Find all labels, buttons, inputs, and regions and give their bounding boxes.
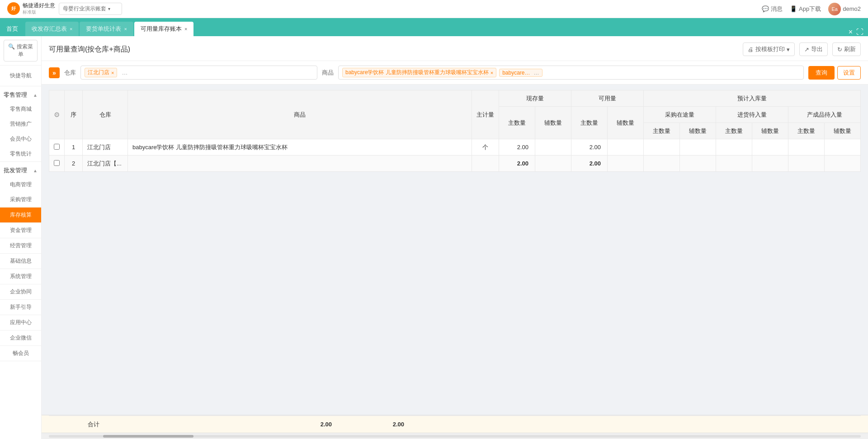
tab-receipts[interactable]: 收发存汇总表 × bbox=[25, 22, 79, 36]
th-settings[interactable]: ⚙ bbox=[49, 90, 65, 139]
query-btn[interactable]: 查询 bbox=[808, 66, 835, 80]
th-forecast-incoming: 预计入库量 bbox=[644, 90, 861, 107]
sidebar-item-vip[interactable]: 畅会员 bbox=[0, 346, 41, 361]
tab-receipts-close[interactable]: × bbox=[70, 26, 72, 32]
warehouse-tag-value: 江北门店 bbox=[88, 69, 109, 76]
th-avail-main: 主数量 bbox=[571, 107, 608, 139]
page-header-actions: 🖨 按模板打印 ▾ ↗ 导出 ↻ 刷新 bbox=[743, 42, 861, 56]
sidebar-section-basic: 基础信息 bbox=[0, 254, 41, 269]
sidebar-item-operations[interactable]: 经营管理 bbox=[0, 238, 41, 253]
tab-home[interactable]: 首页 bbox=[0, 22, 24, 36]
row1-incoming-main bbox=[716, 139, 752, 156]
sidebar-retail-label: 零售管理 bbox=[4, 91, 27, 99]
sidebar-item-system[interactable]: 系统管理 bbox=[0, 269, 41, 284]
page-title: 可用量查询(按仓库+商品) bbox=[49, 45, 130, 54]
th-prod-main: 主数量 bbox=[788, 123, 825, 139]
sidebar-item-newbie[interactable]: 新手引导 bbox=[0, 300, 41, 315]
sidebar-item-inventory[interactable]: 库存核算 bbox=[0, 208, 41, 222]
tab-close-all-btn[interactable]: × bbox=[849, 28, 853, 36]
tab-orders-close[interactable]: × bbox=[124, 26, 127, 32]
tab-orders[interactable]: 要货单统计表 × bbox=[80, 22, 133, 36]
settings-filter-btn[interactable]: 设置 bbox=[837, 66, 861, 80]
row1-prod-main bbox=[788, 139, 825, 156]
tab-available-close[interactable]: × bbox=[184, 26, 187, 32]
sidebar-wholesale-title[interactable]: 批发管理 ▲ bbox=[0, 162, 41, 177]
main-layout: 🔍 搜索菜单 快捷导航 零售管理 ▲ 零售商城 营销推广 会员中心 零售统计 批… bbox=[0, 36, 868, 439]
row1-product: babycare学饮杯 儿童防摔防撞吸管杯重力球吸嘴杯宝宝水杯 bbox=[128, 139, 472, 156]
row1-warehouse: 江北门店 bbox=[83, 139, 128, 156]
sidebar-quick-nav: 快捷导航 bbox=[0, 66, 41, 86]
th-no: 序 bbox=[65, 90, 83, 139]
avatar: Ea bbox=[828, 3, 841, 15]
sidebar-item-wechat[interactable]: 企业微信 bbox=[0, 330, 41, 345]
sidebar-wholesale-label: 批发管理 bbox=[4, 166, 27, 175]
product-filter-area[interactable]: babycare学饮杯 儿童防摔防撞吸管杯重力球吸嘴杯宝宝水杯 × babyca… bbox=[338, 66, 804, 80]
product-tag-1-close[interactable]: × bbox=[491, 70, 493, 76]
th-incoming-aux: 辅数量 bbox=[752, 123, 788, 139]
sidebar-item-finance[interactable]: 资金管理 bbox=[0, 223, 41, 238]
row1-checkbox[interactable] bbox=[49, 139, 65, 156]
row2-warehouse: 江北门店【... bbox=[83, 156, 128, 172]
warehouse-more-dots[interactable]: … bbox=[122, 69, 127, 76]
top-bar: 好 畅捷通好生意 标准版 母婴行业演示账套 ▾ 💬 消息 📱 App下载 Ea … bbox=[0, 0, 868, 18]
sidebar-item-purchase[interactable]: 采购管理 bbox=[0, 192, 41, 207]
app-download-btn[interactable]: 📱 App下载 bbox=[790, 5, 821, 13]
row1-stock-aux bbox=[535, 139, 571, 156]
sidebar-item-enterprise[interactable]: 企业协同 bbox=[0, 284, 41, 299]
export-label: 导出 bbox=[811, 45, 823, 53]
row2-incoming-main bbox=[716, 156, 752, 172]
sidebar-item-retail-mall[interactable]: 零售商城 bbox=[0, 102, 41, 117]
th-stock-main: 主数量 bbox=[499, 107, 535, 139]
refresh-btn[interactable]: ↻ 刷新 bbox=[832, 42, 861, 56]
table-settings-icon[interactable]: ⚙ bbox=[54, 111, 60, 118]
th-main-unit: 主计量 bbox=[472, 90, 499, 139]
warehouse-tag-close[interactable]: × bbox=[111, 70, 114, 76]
tab-orders-label: 要货单统计表 bbox=[86, 25, 121, 33]
data-table: ⚙ 序 仓库 商品 主计量 现存量 可用量 预计入库量 主数量 辅数量 主数量 bbox=[49, 90, 861, 172]
table-row-group: 2 江北门店【... 2.00 2.00 bbox=[49, 156, 861, 172]
scroll-bar-area[interactable] bbox=[42, 433, 868, 439]
sidebar-search-area: 🔍 搜索菜单 bbox=[0, 36, 41, 66]
row1-unit: 个 bbox=[472, 139, 499, 156]
tab-home-label: 首页 bbox=[6, 25, 18, 33]
user-area[interactable]: Ea demo2 bbox=[828, 3, 861, 15]
tenant-selector[interactable]: 母婴行业演示账套 ▾ bbox=[59, 3, 122, 15]
tenant-name: 母婴行业演示账套 bbox=[63, 5, 106, 13]
row1-incoming-aux bbox=[752, 139, 788, 156]
row1-check-input[interactable] bbox=[54, 144, 60, 150]
sidebar-item-app-center[interactable]: 应用中心 bbox=[0, 315, 41, 330]
export-btn[interactable]: ↗ 导出 bbox=[799, 42, 828, 56]
tab-expand-btn[interactable]: ⛶ bbox=[856, 28, 863, 36]
page-header: 可用量查询(按仓库+商品) 🖨 按模板打印 ▾ ↗ 导出 ↻ 刷新 bbox=[42, 36, 868, 61]
sidebar-section-finance: 资金管理 bbox=[0, 223, 41, 238]
scroll-thumb[interactable] bbox=[103, 435, 193, 438]
sidebar-section-enterprise: 企业协同 bbox=[0, 284, 41, 300]
warehouse-label: 仓库 bbox=[64, 69, 76, 77]
scroll-track[interactable] bbox=[49, 435, 861, 438]
message-icon: 💬 bbox=[762, 5, 769, 12]
product-more-dots[interactable]: … bbox=[534, 70, 539, 76]
row2-check-input[interactable] bbox=[54, 160, 60, 166]
sidebar-search-btn[interactable]: 🔍 搜索菜单 bbox=[4, 40, 38, 61]
sidebar-section-inventory: 库存核算 bbox=[0, 208, 41, 223]
sidebar-item-marketing[interactable]: 营销推广 bbox=[0, 117, 41, 132]
message-btn[interactable]: 💬 消息 bbox=[762, 5, 783, 13]
sidebar-item-ecommerce[interactable]: 电商管理 bbox=[0, 177, 41, 192]
print-btn[interactable]: 🖨 按模板打印 ▾ bbox=[743, 42, 795, 56]
filter-expand-btn[interactable]: » bbox=[49, 67, 60, 78]
row2-avail-aux bbox=[608, 156, 644, 172]
row1-pur-transit-main bbox=[644, 139, 680, 156]
chevron-down-icon: ▾ bbox=[108, 6, 110, 11]
sidebar-quick-nav-item[interactable]: 快捷导航 bbox=[0, 68, 41, 83]
warehouse-filter-area[interactable]: 江北门店 × … bbox=[80, 66, 317, 80]
print-chevron: ▾ bbox=[787, 46, 790, 53]
logo-text-area: 畅捷通好生意 标准版 bbox=[23, 2, 55, 15]
sidebar-item-retail-stats[interactable]: 零售统计 bbox=[0, 146, 41, 161]
content-area: 可用量查询(按仓库+商品) 🖨 按模板打印 ▾ ↗ 导出 ↻ 刷新 » bbox=[42, 36, 868, 439]
sidebar-retail-title[interactable]: 零售管理 ▲ bbox=[0, 86, 41, 102]
tab-available[interactable]: 可用量库存账本 × bbox=[134, 22, 193, 36]
sidebar-item-members[interactable]: 会员中心 bbox=[0, 132, 41, 146]
row2-checkbox[interactable] bbox=[49, 156, 65, 172]
sidebar-item-basic[interactable]: 基础信息 bbox=[0, 254, 41, 269]
tab-bar: 首页 收发存汇总表 × 要货单统计表 × 可用量库存账本 × × ⛶ bbox=[0, 18, 868, 36]
